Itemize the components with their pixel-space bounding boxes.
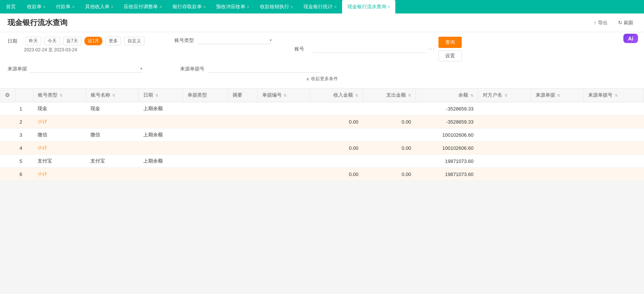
cell-summary xyxy=(228,142,257,155)
cell-counterpart xyxy=(478,102,531,115)
nav-home[interactable]: 首页 xyxy=(0,0,22,13)
cell-doc-no xyxy=(257,128,310,142)
source-doc-filter: 来源单据 ▾ xyxy=(8,65,143,73)
cell-balance: 19871073.60 xyxy=(416,155,478,168)
col-gear[interactable]: ⚙ xyxy=(0,88,15,102)
cell-date xyxy=(139,168,183,181)
date-btn-7days[interactable]: 近7天 xyxy=(63,37,81,45)
cell-expense xyxy=(363,155,416,168)
col-doc-type: 单据类型 xyxy=(183,88,228,102)
cell-account-type: 现金 xyxy=(33,102,86,115)
source-doc-label: 来源单据 xyxy=(8,66,27,72)
table-row: 1现金现金上期余额-3528659.33 xyxy=(0,102,644,115)
col-source-doc[interactable]: 来源单据 ⇅ xyxy=(531,88,584,102)
cell-counterpart xyxy=(478,115,531,128)
account-type-select[interactable]: 现金 微信 支付宝 xyxy=(197,37,270,44)
col-income[interactable]: 收入金额 ⇅ xyxy=(310,88,363,102)
col-account-type[interactable]: 账号类型 ⇅ xyxy=(33,88,86,102)
nav-tab-2[interactable]: 其他收入单 × xyxy=(80,0,119,13)
col-doc-no[interactable]: 单据编号 ⇅ xyxy=(257,88,310,102)
col-summary: 摘要 xyxy=(228,88,257,102)
export-button[interactable]: ↑ 导出 xyxy=(591,18,611,28)
top-nav: 首页 收款单 × 付款单 × 其他收入单 × 应收应付调整单 × 银行存取款单 … xyxy=(0,0,644,13)
cell-doc-no xyxy=(257,115,310,128)
cell-income: 0.00 xyxy=(310,115,363,128)
col-expense[interactable]: 支出金额 ⇅ xyxy=(363,88,416,102)
table-row: 2小计0.000.00-3528659.33 xyxy=(0,115,644,128)
date-btn-more[interactable]: 更多 xyxy=(105,37,121,45)
nav-tab-6[interactable]: 收款核销执行 × xyxy=(255,0,298,13)
col-source-doc-no[interactable]: 来源单据号 ⇅ xyxy=(584,88,644,102)
sort-icon: ⇅ xyxy=(504,93,507,97)
date-btn-custom[interactable]: 自定义 xyxy=(124,37,144,45)
cell-account-type: 小计 xyxy=(33,168,86,181)
cell-date: 上期余额 xyxy=(139,128,183,142)
close-icon[interactable]: × xyxy=(43,0,45,13)
date-btn-today[interactable]: 今天 xyxy=(44,37,60,45)
nav-tab-5[interactable]: 预收冲应收单 × xyxy=(211,0,254,13)
cell-source-doc xyxy=(531,168,584,181)
nav-tab-7[interactable]: 现金银行统计 × xyxy=(298,0,342,13)
cell-gear xyxy=(0,128,15,142)
cell-account-name xyxy=(86,168,139,181)
refresh-button[interactable]: ↻ 刷新 xyxy=(615,18,636,28)
cell-date xyxy=(139,115,183,128)
close-icon[interactable]: × xyxy=(203,0,206,13)
close-icon[interactable]: × xyxy=(247,0,249,13)
cell-income: 0.00 xyxy=(310,168,363,181)
table-row: 4小计0.000.00100102606.60 xyxy=(0,142,644,155)
cell-source-doc xyxy=(531,102,584,115)
source-doc-no-input[interactable] xyxy=(207,65,320,73)
cell-doc-type xyxy=(183,115,228,128)
cell-expense: 0.00 xyxy=(363,142,416,155)
cell-gear xyxy=(0,155,15,168)
date-btn-yesterday[interactable]: 昨天 xyxy=(26,37,41,45)
col-date[interactable]: 日期 ⇅ xyxy=(139,88,183,102)
cell-balance: 100102606.60 xyxy=(416,128,478,142)
account-input[interactable] xyxy=(312,45,425,53)
close-icon[interactable]: × xyxy=(72,0,74,13)
cell-no: 2 xyxy=(15,115,33,128)
close-icon[interactable]: × xyxy=(291,0,293,13)
close-icon[interactable]: × xyxy=(159,0,162,13)
gear-icon[interactable]: ⚙ xyxy=(5,92,10,98)
nav-tab-0[interactable]: 收款单 × xyxy=(22,0,51,13)
cell-counterpart xyxy=(478,168,531,181)
col-balance[interactable]: 余额 ⇅ xyxy=(416,88,478,102)
cell-counterpart xyxy=(478,142,531,155)
close-icon[interactable]: × xyxy=(111,0,113,13)
source-doc-select[interactable] xyxy=(30,65,140,72)
cell-expense xyxy=(363,102,416,115)
col-account-name[interactable]: 账号名称 ⇅ xyxy=(86,88,139,102)
cell-income xyxy=(310,128,363,142)
nav-tab-1[interactable]: 付款单 × xyxy=(51,0,80,13)
collapse-bar[interactable]: ∧ 收起更多条件 xyxy=(8,74,636,84)
query-button[interactable]: 查询 xyxy=(438,37,462,48)
cell-date xyxy=(139,142,183,155)
header-actions: ↑ 导出 ↻ 刷新 xyxy=(591,18,637,28)
cell-doc-type xyxy=(183,155,228,168)
cell-doc-type xyxy=(183,142,228,155)
settings-button[interactable]: 设置 xyxy=(438,50,462,61)
close-icon[interactable]: × xyxy=(388,0,390,13)
cell-account-name xyxy=(86,142,139,155)
date-range: 2023-02-24 至 2023-03-24 xyxy=(24,47,77,52)
sort-icon: ⇅ xyxy=(355,93,358,97)
date-btn-1month[interactable]: 近1月 xyxy=(84,37,103,45)
ai-badge[interactable]: Ai xyxy=(623,34,638,43)
nav-tab-8[interactable]: 现金银行流水查询 × xyxy=(342,0,395,13)
chevron-down-icon: ▾ xyxy=(140,66,143,71)
cell-account-name xyxy=(86,115,139,128)
refresh-icon: ↻ xyxy=(618,20,622,25)
close-icon[interactable]: × xyxy=(334,0,336,13)
col-counterpart[interactable]: 对方户名 ⇅ xyxy=(478,88,531,102)
cell-expense: 0.00 xyxy=(363,168,416,181)
cell-account-type: 微信 xyxy=(33,128,86,142)
source-doc-no-filter: 来源单据号 xyxy=(180,65,320,73)
cell-date: 上期余额 xyxy=(139,102,183,115)
cell-source-doc xyxy=(531,128,584,142)
cell-account-name: 微信 xyxy=(86,128,139,142)
account-dots-button[interactable]: ··· xyxy=(428,46,435,52)
nav-tab-3[interactable]: 应收应付调整单 × xyxy=(119,0,167,13)
nav-tab-4[interactable]: 银行存取款单 × xyxy=(167,0,211,13)
